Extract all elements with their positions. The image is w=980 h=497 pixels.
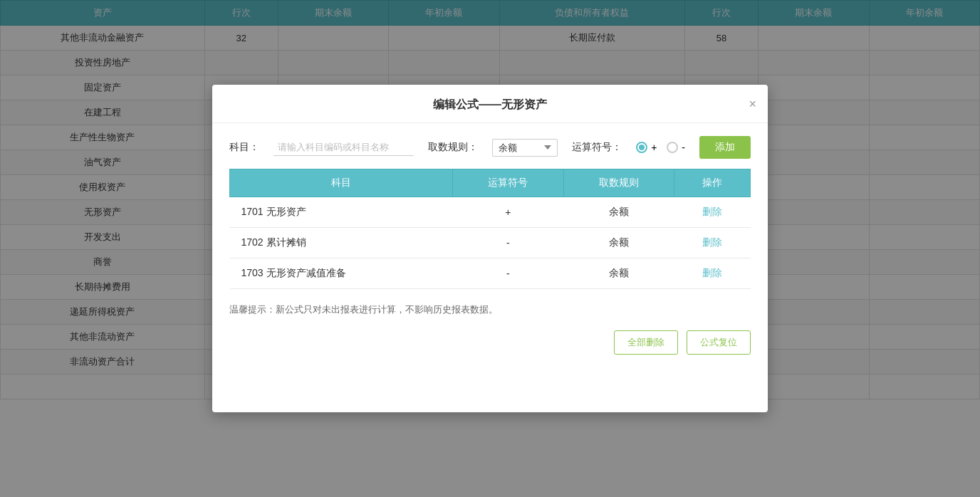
th-subject: 科目 (230, 169, 453, 197)
subject-input[interactable] (273, 139, 414, 156)
close-button[interactable]: × (749, 98, 756, 110)
table-row: 1701 无形资产+余额删除 (230, 197, 751, 228)
operator-radio-group: + - (636, 142, 685, 153)
formula-table-wrapper: 科目 运算符号 取数规则 操作 1701 无形资产+余额删除1702 累计摊销-… (229, 169, 751, 289)
table-header-row: 科目 运算符号 取数规则 操作 (230, 169, 751, 197)
cell-rule: 余额 (563, 228, 674, 258)
rule-select[interactable]: 余额 借方发生额 贷方发生额 (492, 139, 558, 157)
cell-operator: + (453, 197, 564, 228)
radio-minus-label: - (682, 142, 685, 153)
cell-subject: 1702 累计摊销 (230, 228, 453, 258)
edit-formula-modal: 编辑公式——无形资产 × 科目： 取数规则： 余额 借方发生额 贷方发生额 运算… (212, 85, 768, 412)
operator-label: 运算符号： (572, 141, 622, 154)
th-rule: 取数规则 (563, 169, 674, 197)
radio-minus-circle (667, 142, 678, 153)
table-row: 1702 累计摊销-余额删除 (230, 228, 751, 258)
rule-label: 取数规则： (428, 141, 478, 154)
warning-text: 温馨提示：新公式只对未出报表进行计算，不影响历史报表数据。 (212, 289, 768, 323)
modal-overlay: 编辑公式——无形资产 × 科目： 取数规则： 余额 借方发生额 贷方发生额 运算… (0, 0, 980, 497)
formula-form: 科目： 取数规则： 余额 借方发生额 贷方发生额 运算符号： + - 添加 (212, 123, 768, 169)
th-operator: 运算符号 (453, 169, 564, 197)
cell-action: 删除 (674, 197, 751, 228)
delete-link[interactable]: 删除 (702, 267, 722, 278)
delete-link[interactable]: 删除 (702, 206, 722, 217)
cell-operator: - (453, 258, 564, 289)
delete-all-button[interactable]: 全部删除 (614, 330, 678, 355)
cell-subject: 1703 无形资产减值准备 (230, 258, 453, 289)
cell-operator: - (453, 228, 564, 258)
cell-subject: 1701 无形资产 (230, 197, 453, 228)
add-button[interactable]: 添加 (699, 136, 751, 159)
radio-plus-circle (636, 142, 647, 153)
reset-button[interactable]: 公式复位 (687, 330, 751, 355)
radio-minus[interactable]: - (667, 142, 685, 153)
th-action: 操作 (674, 169, 751, 197)
radio-plus-label: + (651, 142, 657, 153)
delete-link[interactable]: 删除 (702, 236, 722, 248)
modal-header: 编辑公式——无形资产 × (212, 85, 768, 123)
cell-action: 删除 (674, 228, 751, 258)
radio-plus[interactable]: + (636, 142, 657, 153)
subject-label: 科目： (229, 141, 259, 154)
table-row: 1703 无形资产减值准备-余额删除 (230, 258, 751, 289)
cell-rule: 余额 (563, 197, 674, 228)
formula-table: 科目 运算符号 取数规则 操作 1701 无形资产+余额删除1702 累计摊销-… (229, 169, 751, 289)
modal-title: 编辑公式——无形资产 (433, 98, 547, 110)
cell-action: 删除 (674, 258, 751, 289)
cell-rule: 余额 (563, 258, 674, 289)
modal-footer: 全部删除 公式复位 (212, 323, 768, 355)
